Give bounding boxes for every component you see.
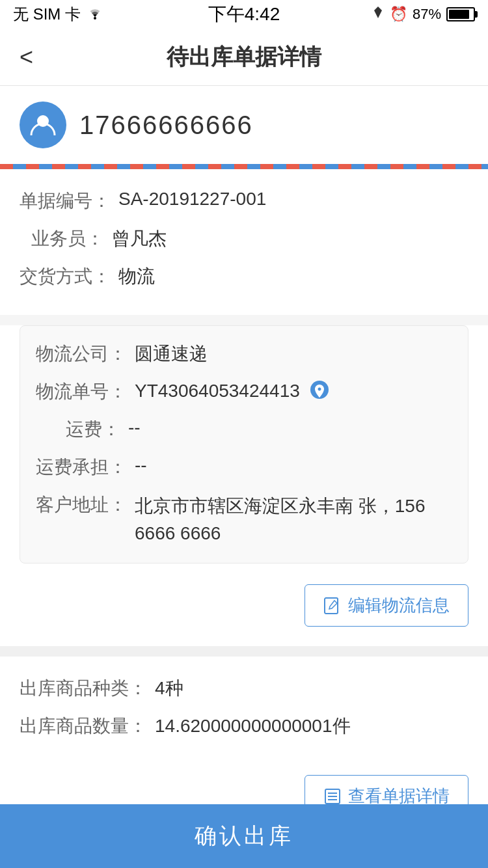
avatar <box>20 102 66 148</box>
status-bar: 无 SIM 卡 下午4:42 ⏰ 87% <box>0 0 488 29</box>
goods-quantity-label: 出库商品数量： <box>20 714 147 739</box>
logistics-company-row: 物流公司： 圆通速递 <box>36 342 452 366</box>
dashed-separator <box>0 164 488 169</box>
logistics-company-label: 物流公司： <box>36 342 127 366</box>
carrier-text: 无 SIM 卡 <box>13 4 81 25</box>
delivery-label: 交货方式： <box>20 264 111 289</box>
freight-bear-label: 运费承担： <box>36 455 127 480</box>
order-number-label: 单据编号： <box>20 189 111 213</box>
logistics-company-value: 圆通速递 <box>135 342 452 366</box>
order-number-value: SA-20191227-001 <box>118 189 468 210</box>
page-content: 17666666666 单据编号： SA-20191227-001 业务员： 曾… <box>0 86 488 868</box>
salesman-row: 业务员： 曾凡杰 <box>20 226 468 251</box>
goods-type-value: 4种 <box>155 676 183 701</box>
section-divider <box>0 646 488 657</box>
order-info-section: 单据编号： SA-20191227-001 业务员： 曾凡杰 交货方式： 物流 <box>0 169 488 315</box>
salesman-value: 曾凡杰 <box>112 226 468 251</box>
freight-label: 运费： <box>36 417 120 442</box>
freight-bear-row: 运费承担： -- <box>36 455 452 480</box>
goods-quantity-row: 出库商品数量： 14.620000000000001件 <box>20 714 468 739</box>
edit-logistics-area: 编辑物流信息 <box>0 574 488 646</box>
goods-type-row: 出库商品种类： 4种 <box>20 676 468 701</box>
edit-logistics-button[interactable]: 编辑物流信息 <box>305 584 468 627</box>
freight-row: 运费： -- <box>36 417 452 442</box>
location-status-icon <box>372 5 385 23</box>
goods-section: 出库商品种类： 4种 出库商品数量： 14.620000000000001件 <box>0 657 488 765</box>
battery-text: 87% <box>413 6 441 23</box>
tracking-location-icon <box>308 379 331 403</box>
svg-rect-3 <box>325 598 338 614</box>
logistics-tracking-row: 物流单号： YT43064053424413 <box>36 379 452 404</box>
delivery-row: 交货方式： 物流 <box>20 264 468 289</box>
freight-bear-value: -- <box>135 455 452 476</box>
edit-icon <box>323 597 342 615</box>
delivery-value: 物流 <box>118 264 468 289</box>
confirm-button[interactable]: 确认出库 <box>0 804 488 868</box>
order-number-row: 单据编号： SA-20191227-001 <box>20 189 468 213</box>
customer-section: 17666666666 <box>0 86 488 164</box>
address-value: 北京市市辖区海淀区永丰南 张，156 6666 6666 <box>135 493 452 547</box>
status-bar-time: 下午4:42 <box>208 2 280 27</box>
alarm-icon: ⏰ <box>390 6 407 23</box>
status-bar-right: ⏰ 87% <box>372 5 475 23</box>
logistics-card: 物流公司： 圆通速递 物流单号： YT43064053424413 运费： --… <box>20 325 468 563</box>
address-row: 客户地址： 北京市市辖区海淀区永丰南 张，156 6666 6666 <box>36 493 452 547</box>
goods-quantity-value: 14.620000000000001件 <box>155 714 351 739</box>
svg-point-0 <box>94 17 96 20</box>
goods-type-label: 出库商品种类： <box>20 676 147 701</box>
wifi-icon <box>86 5 104 23</box>
address-label: 客户地址： <box>36 493 127 517</box>
salesman-label: 业务员： <box>20 226 104 251</box>
logistics-tracking-label: 物流单号： <box>36 379 127 404</box>
edit-logistics-label: 编辑物流信息 <box>348 594 450 617</box>
status-bar-left: 无 SIM 卡 <box>13 4 104 25</box>
customer-phone: 17666666666 <box>79 111 253 140</box>
confirm-button-container: 确认出库 <box>0 804 488 868</box>
logistics-tracking-value: YT43064053424413 <box>135 379 452 403</box>
page-title: 待出库单据详情 <box>167 42 321 72</box>
back-button[interactable]: < <box>20 44 33 71</box>
list-icon <box>323 787 342 806</box>
freight-value: -- <box>128 417 452 438</box>
nav-bar: < 待出库单据详情 <box>0 29 488 86</box>
battery-icon <box>446 7 475 21</box>
